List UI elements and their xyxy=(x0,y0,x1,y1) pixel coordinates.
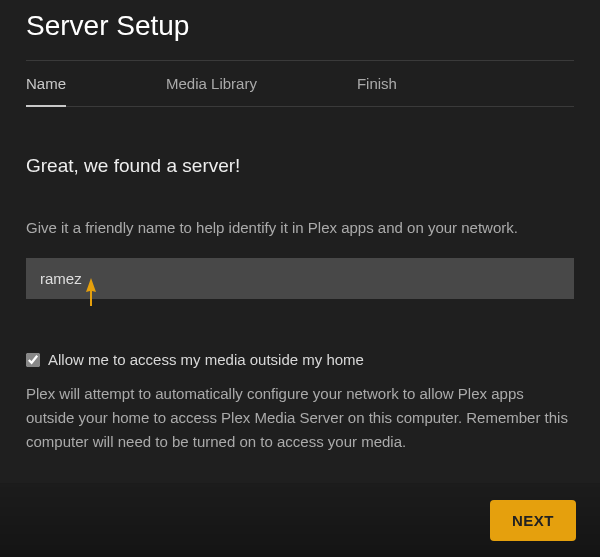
wizard-tabs: Name Media Library Finish xyxy=(26,60,574,107)
tab-name[interactable]: Name xyxy=(26,61,66,106)
remote-access-explain: Plex will attempt to automatically confi… xyxy=(26,382,574,454)
tab-finish[interactable]: Finish xyxy=(357,61,397,106)
server-name-input[interactable] xyxy=(26,258,574,299)
next-button[interactable]: NEXT xyxy=(490,500,576,541)
page-title: Server Setup xyxy=(26,10,574,42)
tab-media-library[interactable]: Media Library xyxy=(166,61,257,106)
helper-text: Give it a friendly name to help identify… xyxy=(26,219,574,236)
found-server-heading: Great, we found a server! xyxy=(26,155,574,177)
remote-access-checkbox[interactable] xyxy=(26,353,40,367)
remote-access-label: Allow me to access my media outside my h… xyxy=(48,351,364,368)
footer-bar: NEXT xyxy=(0,483,600,557)
